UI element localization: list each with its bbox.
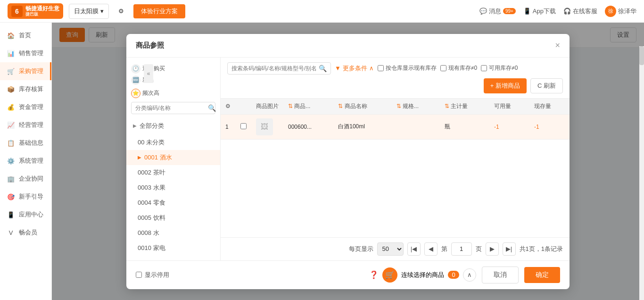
cat-item-0001[interactable]: ▶ 0001 酒水 bbox=[126, 150, 220, 165]
sort-name-icon: ⇅ bbox=[338, 103, 343, 109]
new-btn[interactable]: 🆕 bbox=[131, 75, 140, 85]
frequent-label[interactable]: 频次高 bbox=[142, 89, 159, 97]
cat-item-0002[interactable]: 0002 茶叶 bbox=[126, 165, 220, 180]
modal-overlay: 商品参照 × 🕐 近期购买 🆕 新品 bbox=[52, 23, 644, 300]
add-product-btn[interactable]: + 新增商品 bbox=[484, 78, 527, 93]
td-unit: 瓶 bbox=[440, 114, 489, 139]
available-nonzero-checkbox[interactable]: 现有库存≠0 bbox=[440, 64, 477, 72]
mobile-icon: 📱 bbox=[523, 8, 531, 15]
frequent-btn[interactable]: ⭐ bbox=[131, 89, 140, 98]
inventory-icon: 📦 bbox=[7, 85, 15, 93]
finance-icon: 💰 bbox=[7, 103, 15, 111]
th-unit[interactable]: ⇅ 主计量 bbox=[440, 99, 489, 115]
per-page-select[interactable]: 10 20 50 100 bbox=[377, 242, 404, 256]
logo-area[interactable]: 6 畅捷通好生意 捷巴版 bbox=[8, 3, 63, 19]
sidebar-item-purchase[interactable]: 🛒 采购管理 bbox=[0, 62, 51, 80]
confirm-btn[interactable]: 确定 bbox=[524, 267, 560, 283]
sidebar-item-operation[interactable]: 📈 经营管理 bbox=[0, 116, 51, 134]
collapse-cart-btn[interactable]: ∧ bbox=[463, 268, 476, 282]
th-spec[interactable]: ⇅ 规格... bbox=[392, 99, 440, 115]
warehouse-display-checkbox[interactable]: 按仓库显示现有库存 bbox=[378, 64, 437, 72]
td-name: 白酒100ml bbox=[333, 114, 391, 139]
sidebar-item-inventory[interactable]: 📦 库存核算 bbox=[0, 80, 51, 98]
td-check[interactable] bbox=[236, 114, 251, 139]
experience-btn[interactable]: 体验行业方案 bbox=[133, 4, 185, 18]
sidebar-item-sales[interactable]: 📊 销售管理 bbox=[0, 44, 51, 62]
cat-search-input[interactable] bbox=[135, 105, 206, 111]
cat-item-all[interactable]: ▶ 全部分类 bbox=[126, 119, 220, 133]
home-icon: 🏠 bbox=[7, 31, 15, 40]
basic-icon: 📋 bbox=[7, 139, 15, 147]
sidebar-item-enterprise[interactable]: 🏢 企业协同 bbox=[0, 170, 51, 188]
th-settings[interactable]: ⚙ bbox=[221, 99, 236, 115]
td-code: 000600... bbox=[283, 114, 333, 139]
user-menu[interactable]: 徐 徐泽华 bbox=[605, 6, 636, 17]
help-icon[interactable]: ❓ bbox=[369, 270, 379, 279]
page-prev-btn[interactable]: ◀ bbox=[424, 242, 438, 256]
sidebar-item-guide[interactable]: 🎯 新手引导 bbox=[0, 188, 51, 206]
message-icon: 💬 bbox=[479, 8, 487, 15]
page-next-btn[interactable]: ▶ bbox=[486, 242, 499, 256]
display-disabled-checkbox[interactable]: 显示停用 bbox=[136, 271, 169, 279]
td-available: -1 bbox=[489, 114, 529, 139]
th-code[interactable]: ⇅ 商品... bbox=[283, 99, 333, 115]
sort-spec-icon: ⇅ bbox=[396, 103, 401, 109]
nav-dropdown[interactable]: 日太阳膜 ▾ bbox=[69, 4, 109, 19]
toolbar-right: + 新增商品 C 刷新 bbox=[484, 78, 563, 93]
cat-item-0003[interactable]: 0003 水果 bbox=[126, 180, 220, 195]
cat-item-0010[interactable]: 0010 家电 bbox=[126, 241, 220, 256]
cat-item-0005[interactable]: 0005 饮料 bbox=[126, 210, 220, 225]
triangle-open-icon: ▶ bbox=[138, 155, 141, 160]
settings-icon-btn[interactable]: ⚙ bbox=[115, 4, 128, 19]
sort-code-icon: ⇅ bbox=[288, 103, 293, 109]
cart-icon[interactable]: 🛒 bbox=[382, 267, 397, 283]
modal-close-btn[interactable]: × bbox=[555, 41, 560, 50]
page-last-btn[interactable]: ▶| bbox=[503, 242, 516, 256]
purchase-icon: 🛒 bbox=[7, 67, 15, 75]
th-img: 商品图片 bbox=[251, 99, 283, 115]
th-name[interactable]: ⇅ 商品名称 bbox=[333, 99, 391, 115]
apps-icon: 📱 bbox=[7, 210, 15, 219]
cat-item-00[interactable]: 00 未分类 bbox=[126, 135, 220, 150]
online-service-btn[interactable]: 🎧 在线客服 bbox=[563, 7, 597, 16]
page-input[interactable] bbox=[451, 242, 472, 256]
chevron-down-icon: ▾ bbox=[100, 8, 104, 15]
pagination: 每页显示 10 20 50 100 |◀ ◀ 第 页 bbox=[221, 237, 570, 260]
th-current: 现存量 bbox=[529, 99, 570, 115]
td-no: 1 bbox=[221, 114, 236, 139]
page-first-btn[interactable]: |◀ bbox=[407, 242, 421, 256]
sidebar-item-finance[interactable]: 💰 资金管理 bbox=[0, 98, 51, 116]
sidebar-item-system[interactable]: ⚙️ 系统管理 bbox=[0, 152, 51, 170]
cancel-btn[interactable]: 取消 bbox=[482, 267, 519, 283]
cart-text: 连续选择的商品 bbox=[401, 271, 444, 279]
nav-right: 💬 消息 99+ 📱 App下载 🎧 在线客服 徐 徐泽华 bbox=[479, 6, 636, 17]
td-spec bbox=[392, 114, 440, 139]
search-icon[interactable]: 🔍 bbox=[319, 65, 327, 72]
triangle-icon: ▶ bbox=[133, 123, 137, 128]
collapse-cat-btn[interactable]: « bbox=[144, 64, 153, 83]
table-row[interactable]: 1 🖼 000600... 白酒100ml bbox=[221, 114, 570, 139]
product-toolbar: 🔍 ▼ 更多条件 ∧ 按仓库显示现有库存 bbox=[221, 58, 570, 99]
sidebar-item-basic[interactable]: 📋 基础信息 bbox=[0, 134, 51, 152]
sidebar-item-apps[interactable]: 📱 应用中心 bbox=[0, 206, 51, 224]
th-check bbox=[236, 99, 251, 115]
filter-icon: ▼ bbox=[335, 65, 341, 72]
refresh-product-btn[interactable]: C 刷新 bbox=[530, 78, 563, 93]
product-search-input[interactable] bbox=[231, 65, 317, 72]
app-download-btn[interactable]: 📱 App下载 bbox=[523, 7, 556, 16]
message-btn[interactable]: 💬 消息 99+ bbox=[479, 7, 516, 16]
cat-search-icon[interactable]: 🔍 bbox=[208, 104, 216, 112]
recent-btn[interactable]: 🕐 bbox=[131, 64, 140, 74]
logo-text: 畅捷通好生意 捷巴版 bbox=[25, 5, 59, 17]
more-filter-btn[interactable]: ▼ 更多条件 ∧ bbox=[335, 64, 374, 73]
usable-nonzero-checkbox[interactable]: 可用库存≠0 bbox=[481, 64, 518, 72]
cat-item-0008[interactable]: 0008 水 bbox=[126, 225, 220, 241]
product-search-box: 🔍 bbox=[227, 62, 331, 75]
cat-item-0004[interactable]: 0004 零食 bbox=[126, 195, 220, 210]
main-area: 查询 刷新 设置 商品参照 × 🕐 bbox=[52, 23, 644, 300]
sidebar-item-vip[interactable]: V 畅会员 bbox=[0, 224, 51, 242]
sidebar-item-home[interactable]: 🏠 首页 bbox=[0, 26, 51, 44]
product-table: ⚙ 商品图片 ⇅ 商品... ⇅ bbox=[221, 99, 570, 237]
avatar: 徐 bbox=[605, 6, 616, 17]
headset-icon: 🎧 bbox=[563, 8, 571, 15]
